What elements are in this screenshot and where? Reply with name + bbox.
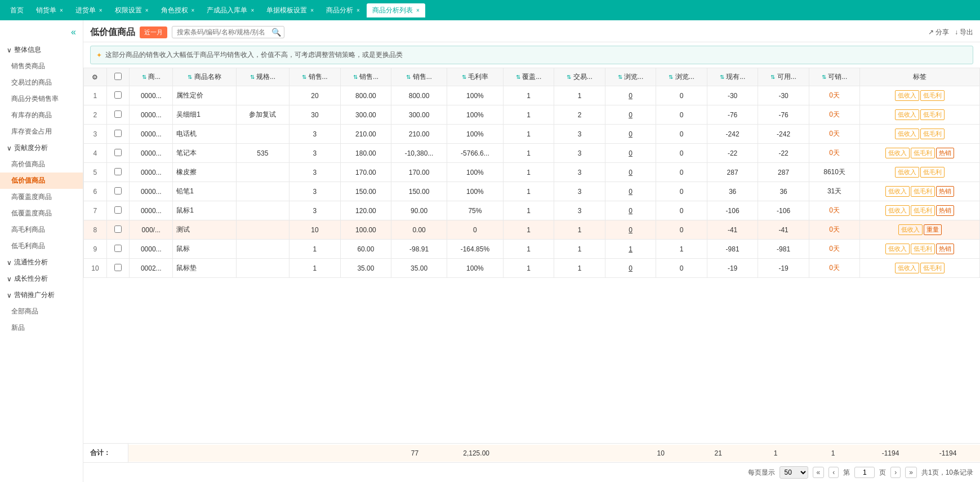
page-size-select[interactable]: 50 100 200 (779, 466, 808, 479)
view1-link[interactable]: 0 (629, 111, 632, 119)
col-view2-header[interactable]: ⇅ 浏览... (656, 68, 707, 86)
sidebar-item-low-coverage[interactable]: 低覆盖度商品 (0, 205, 83, 222)
sidebar-section-liquidity[interactable]: ∨ 流通性分析 (0, 254, 83, 271)
row-name[interactable]: 电话机 (173, 125, 236, 144)
nav-permissions[interactable]: 权限设置 × (109, 3, 154, 17)
row-code[interactable]: 0000... (130, 86, 173, 105)
view1-link[interactable]: 0 (629, 92, 632, 100)
row-view1[interactable]: 0 (605, 125, 656, 144)
close-icon[interactable]: × (60, 7, 63, 14)
nav-product-analysis[interactable]: 商品分析 × (320, 3, 366, 17)
row-code[interactable]: 0000... (130, 144, 173, 163)
row-name[interactable]: 属性定价 (173, 86, 236, 105)
view1-link[interactable]: 1 (629, 245, 632, 253)
sidebar-item-traded-products[interactable]: 交易过的商品 (0, 74, 83, 91)
nav-product-analysis-list[interactable]: 商品分析列表 × (367, 3, 425, 17)
sidebar-item-inventory-capital[interactable]: 库存资金占用 (0, 123, 83, 140)
row-name[interactable]: 吴细细1 (173, 105, 236, 125)
row-code[interactable]: 0000... (130, 105, 173, 125)
nav-template-settings[interactable]: 单据模板设置 × (261, 3, 319, 17)
sidebar-item-high-coverage[interactable]: 高覆盖度商品 (0, 189, 83, 205)
share-button[interactable]: ↗ 分享 (928, 28, 949, 37)
page-number-input[interactable] (854, 467, 875, 478)
row-checkbox[interactable] (114, 264, 122, 271)
row-name[interactable]: 鼠标1 (173, 201, 236, 220)
close-icon[interactable]: × (145, 7, 149, 14)
col-coverage-header[interactable]: ⇅ 覆盖... (503, 68, 554, 86)
sidebar-section-overview[interactable]: ∨ 整体信息 (0, 42, 83, 58)
row-checkbox[interactable] (114, 91, 122, 99)
sidebar-item-low-profit[interactable]: 低毛利商品 (0, 238, 83, 254)
nav-purchase-order[interactable]: 进货单 × (70, 3, 108, 17)
col-code-header[interactable]: ⇅ 商... (130, 68, 173, 86)
row-code[interactable]: 0000... (130, 125, 173, 144)
sidebar-section-contribution[interactable]: ∨ 贡献度分析 (0, 140, 83, 156)
col-stock-header[interactable]: ⇅ 现有... (707, 68, 758, 86)
sidebar-collapse-button[interactable]: « (68, 27, 79, 37)
row-checkbox[interactable] (114, 225, 122, 233)
first-page-button[interactable]: « (813, 467, 825, 478)
row-checkbox[interactable] (114, 187, 122, 194)
row-code[interactable]: 0000... (130, 182, 173, 201)
row-name[interactable]: 笔记本 (173, 144, 236, 163)
view1-link[interactable]: 0 (629, 188, 632, 196)
sidebar-item-low-value[interactable]: 低价值商品 (0, 173, 83, 189)
row-view1[interactable]: 0 (605, 163, 656, 182)
sidebar-item-high-profit[interactable]: 高毛利商品 (0, 222, 83, 238)
col-sellable-header[interactable]: ⇅ 可销... (809, 68, 860, 86)
data-table-container[interactable]: ⚙ ⇅ 商... ⇅ 商品名称 ⇅ 规格... ⇅ 销售... ⇅ 销售... … (83, 68, 980, 443)
export-button[interactable]: ↓ 导出 (955, 28, 973, 37)
view1-link[interactable]: 0 (629, 130, 632, 138)
col-avail-header[interactable]: ⇅ 可用... (758, 68, 809, 86)
nav-role-auth[interactable]: 角色授权 × (155, 3, 201, 17)
row-checkbox[interactable] (114, 130, 122, 137)
col-spec-header[interactable]: ⇅ 规格... (236, 68, 289, 86)
col-qty-header[interactable]: ⇅ 销售... (289, 68, 341, 86)
row-checkbox[interactable] (114, 110, 122, 118)
view1-link[interactable]: 0 (629, 264, 632, 272)
row-view1[interactable]: 0 (605, 259, 656, 278)
sidebar-item-new-products[interactable]: 新品 (0, 320, 83, 336)
row-view1[interactable]: 0 (605, 105, 656, 125)
sidebar-item-sales-products[interactable]: 销售类商品 (0, 58, 83, 74)
row-view1[interactable]: 0 (605, 201, 656, 220)
view1-link[interactable]: 0 (629, 207, 632, 215)
row-view1[interactable]: 0 (605, 220, 656, 240)
sidebar-item-category-sales-rate[interactable]: 商品分类销售率 (0, 91, 83, 107)
view1-link[interactable]: 0 (629, 149, 632, 157)
col-name-header[interactable]: ⇅ 商品名称 (173, 68, 236, 86)
sidebar-item-in-stock-products[interactable]: 有库存的商品 (0, 107, 83, 123)
last-page-button[interactable]: » (905, 467, 917, 478)
prev-page-button[interactable]: ‹ (828, 467, 839, 478)
close-icon[interactable]: × (416, 7, 420, 14)
row-view1[interactable]: 0 (605, 182, 656, 201)
row-checkbox[interactable] (114, 168, 122, 175)
col-view1-header[interactable]: ⇅ 浏览... (605, 68, 656, 86)
sidebar-item-all-products[interactable]: 全部商品 (0, 303, 83, 320)
col-trade-header[interactable]: ⇅ 交易... (554, 68, 605, 86)
row-view1[interactable]: 0 (605, 86, 656, 105)
row-code[interactable]: 0000... (130, 163, 173, 182)
sidebar-section-growth[interactable]: ∨ 成长性分析 (0, 271, 83, 287)
close-icon[interactable]: × (310, 7, 314, 14)
col-gross-header[interactable]: ⇅ 毛利率 (447, 68, 503, 86)
row-view1[interactable]: 0 (605, 144, 656, 163)
row-view1[interactable]: 1 (605, 240, 656, 259)
col-settings[interactable]: ⚙ (84, 68, 107, 86)
search-icon[interactable]: 🔍 (271, 28, 281, 37)
row-code[interactable]: 0002... (130, 259, 173, 278)
nav-home[interactable]: 首页 (5, 3, 29, 17)
row-name[interactable]: 鼠标垫 (173, 259, 236, 278)
next-page-button[interactable]: › (890, 467, 901, 478)
search-input[interactable] (172, 26, 284, 38)
close-icon[interactable]: × (357, 7, 360, 14)
close-icon[interactable]: × (99, 7, 103, 14)
nav-sales-order[interactable]: 销货单 × (30, 3, 69, 17)
row-name[interactable]: 铅笔1 (173, 182, 236, 201)
row-checkbox[interactable] (114, 245, 122, 252)
col-amount-header[interactable]: ⇅ 销售... (391, 68, 447, 86)
row-code[interactable]: 000/... (130, 220, 173, 240)
row-name[interactable]: 测试 (173, 220, 236, 240)
view1-link[interactable]: 0 (629, 169, 632, 176)
row-name[interactable]: 橡皮擦 (173, 163, 236, 182)
